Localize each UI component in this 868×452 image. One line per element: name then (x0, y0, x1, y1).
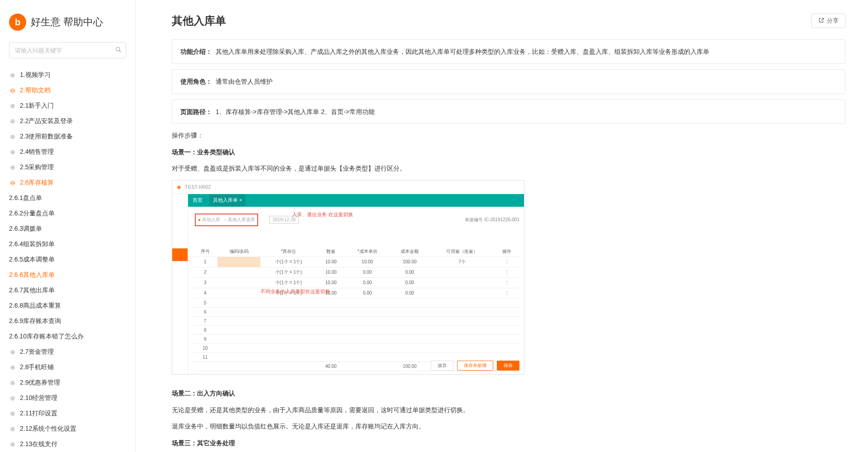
nav-label: 2.6.6其他入库单 (9, 271, 55, 279)
nav-2-7[interactable]: ⊕2.7资金管理 (9, 344, 126, 360)
nav-2-8[interactable]: ⊕2.8手机旺铺 (9, 360, 126, 375)
nav-label: 2.8手机旺铺 (20, 363, 54, 371)
nav-2-4[interactable]: ⊕2.4销售管理 (9, 144, 126, 160)
sidebar: b 好生意 帮助中心 ⊕1.视频学习 ⊖2.帮助文档 ⊕2.1新手入门 ⊕2.2… (0, 0, 136, 452)
shot-footer: 放弃 保存并新增 保存 (431, 361, 519, 371)
plus-icon: ⊕ (9, 348, 16, 356)
nav-label: 2.6.5成本调整单 (9, 256, 55, 264)
nav-label: 2.6库存核算 (20, 179, 54, 187)
shot-sidebar (172, 194, 188, 374)
shot-main: ● 其他入库 ○ 其他入库退库 2019-12-26 单据编号 IC-20191… (188, 207, 524, 374)
intro-box: 功能介绍：其他入库单用来处理除采购入库、产成品入库之外的其他入库业务，因此其他入… (172, 39, 845, 64)
nav-2-6-5[interactable]: 2.6.5成本调整单 (9, 252, 126, 267)
nav-2-3[interactable]: ⊕2.3使用前数据准备 (9, 129, 126, 144)
nav-label: 2.6.7其他出库单 (9, 286, 55, 295)
nav-label: 2.6.8商品成本重算 (9, 302, 61, 310)
role-box: 使用角色：通常由仓管人员维护 (172, 69, 845, 94)
nav-label: 2.13在线支付 (20, 440, 57, 448)
embedded-screenshot: ◉ TEST-H002 首页 其他入库单 × ● 其他入库 ○ 其他入库退库 2… (172, 180, 524, 375)
nav-tree: ⊕1.视频学习 ⊖2.帮助文档 ⊕2.1新手入门 ⊕2.2产品安装及登录 ⊕2.… (9, 67, 126, 452)
nav-2-6[interactable]: ⊖2.6库存核算 (9, 175, 126, 190)
plus-icon: ⊕ (9, 425, 16, 433)
plus-icon: ⊕ (9, 441, 16, 448)
nav-2-6-7[interactable]: 2.6.7其他出库单 (9, 283, 126, 298)
nav-label: 2.6.3调拨单 (9, 225, 42, 233)
nav-2-1[interactable]: ⊕2.1新手入门 (9, 98, 126, 114)
nav-2-11[interactable]: ⊕2.11打印设置 (9, 406, 126, 421)
nav-2-6-6[interactable]: 2.6.6其他入库单 (9, 267, 126, 283)
page-title: 其他入库单 (172, 14, 226, 28)
shot-topbar: ◉ TEST-H002 (172, 181, 524, 194)
scene2-title: 场景二：出入方向确认 (172, 387, 845, 400)
nav-label: 2.6.9库存账本查询 (9, 317, 61, 325)
th: *成本单价 (345, 247, 389, 257)
nav-label: 2.6.2分量盘点单 (9, 209, 55, 218)
shot-annotation-1: 入库、退出业务 在这里切换 (292, 211, 353, 218)
logo-icon: b (9, 14, 26, 31)
minus-icon: ⊖ (9, 179, 16, 186)
role-label: 使用角色： (180, 78, 212, 85)
minus-icon: ⊖ (9, 87, 16, 94)
th: 数量 (316, 247, 345, 257)
nav-docs[interactable]: ⊖2.帮助文档 (9, 83, 126, 98)
nav-label: 2.5采购管理 (20, 163, 54, 171)
nav-label: 2.帮助文档 (20, 86, 51, 95)
shot-btn-discard: 放弃 (431, 361, 453, 371)
svg-line-1 (119, 50, 121, 52)
main-content: 其他入库单 分享 功能介绍：其他入库单用来处理除采购入库、产成品入库之外的其他入… (136, 0, 868, 452)
plus-icon: ⊕ (9, 148, 16, 156)
share-button[interactable]: 分享 (811, 14, 845, 28)
nav-label: 2.7资金管理 (20, 348, 54, 356)
nav-2-6-2[interactable]: 2.6.2分量盘点单 (9, 206, 126, 221)
steps-label: 操作步骤： (172, 129, 845, 142)
nav-2-9[interactable]: ⊕2.9优惠券管理 (9, 375, 126, 390)
th: 序号 (193, 247, 217, 257)
scene2-text2: 退库业务中，明细数量均以负值红色展示。无论是入库还是退库，库存账均记在入库方向。 (172, 420, 845, 433)
intro-text: 其他入库单用来处理除采购入库、产成品入库之外的其他入库业务，因此其他入库单可处理… (216, 48, 709, 55)
nav-2-5[interactable]: ⊕2.5采购管理 (9, 160, 126, 175)
path-box: 页面路径：1、库存核算->库存管理->其他入库单 2、首页->常用功能 (172, 100, 845, 124)
nav-2-6-1[interactable]: 2.6.1盘点单 (9, 190, 126, 206)
plus-icon: ⊕ (9, 71, 16, 79)
plus-icon: ⊕ (9, 164, 16, 171)
plus-icon: ⊕ (9, 395, 16, 402)
scene1-text: 对于受赠、盘盈或是拆装入库等不同的业务，是通过单据头【业务类型】进行区分。 (172, 162, 845, 175)
path-label: 页面路径： (180, 108, 212, 115)
brand-title: 好生意 帮助中心 (31, 15, 103, 29)
nav-label: 2.6.4组装拆卸单 (9, 240, 55, 248)
shot-btn-save: 保存 (497, 361, 519, 371)
nav-2-2[interactable]: ⊕2.2产品安装及登录 (9, 114, 126, 129)
plus-icon: ⊕ (9, 133, 16, 140)
th: *库存位 (260, 247, 316, 257)
nav-2-12[interactable]: ⊕2.12系统个性化设置 (9, 421, 126, 437)
search-input[interactable] (9, 42, 126, 58)
share-label: 分享 (827, 17, 839, 25)
search-box (9, 42, 126, 58)
nav-2-6-4[interactable]: 2.6.4组装拆卸单 (9, 237, 126, 252)
page-header: 其他入库单 分享 (172, 14, 845, 28)
intro-label: 功能介绍： (180, 48, 212, 55)
plus-icon: ⊕ (9, 118, 16, 125)
th: 成本金额 (389, 247, 430, 257)
search-icon[interactable] (115, 47, 122, 54)
nav-2-13[interactable]: ⊕2.13在线支付 (9, 437, 126, 452)
role-text: 通常由仓管人员维护 (216, 78, 273, 85)
nav-video[interactable]: ⊕1.视频学习 (9, 67, 126, 83)
shot-redbox-type: ● 其他入库 ○ 其他入库退库 (195, 214, 258, 226)
plus-icon: ⊕ (9, 364, 16, 371)
shot-radio2: 其他入库退库 (228, 217, 255, 222)
nav-label: 1.视频学习 (20, 71, 51, 79)
plus-icon: ⊕ (9, 102, 16, 109)
shot-docno-label: 单据编号 (465, 217, 483, 222)
nav-2-6-9[interactable]: 2.6.9库存账本查询 (9, 314, 126, 329)
nav-2-6-8[interactable]: 2.6.8商品成本重算 (9, 298, 126, 314)
nav-2-6-10[interactable]: 2.6.10库存账本错了怎么办 (9, 329, 126, 344)
scene2-text1: 无论是受赠，还是其他类型的业务，由于入库商品质量等原因，需要退回，这时可通过单据… (172, 404, 845, 416)
nav-label: 2.1新手入门 (20, 102, 54, 110)
shot-radio1: 其他入库 (202, 217, 220, 222)
nav-2-10[interactable]: ⊕2.10经营管理 (9, 390, 126, 406)
th: 操作 (494, 247, 519, 257)
nav-label: 2.3使用前数据准备 (20, 133, 73, 141)
nav-2-6-3[interactable]: 2.6.3调拨单 (9, 221, 126, 237)
shot-docno: IC-20191226-001 (484, 217, 519, 222)
